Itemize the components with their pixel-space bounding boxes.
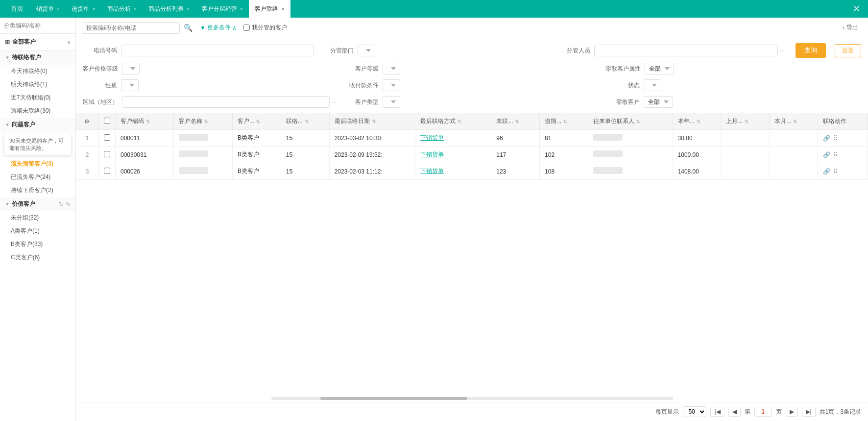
close-tab-customer-contact[interactable]: × bbox=[281, 6, 284, 12]
sidebar-item-today[interactable]: 今天待联络(0) bbox=[0, 65, 75, 78]
page-next-button[interactable]: ▶ bbox=[786, 407, 798, 417]
sort-icon-name[interactable]: ⇅ bbox=[204, 119, 208, 124]
more-action-icon[interactable]: ⠿ bbox=[833, 151, 838, 158]
sort-icon-last-month[interactable]: ⇅ bbox=[745, 119, 748, 124]
refresh-icon[interactable]: ↻ bbox=[59, 201, 64, 208]
page-last-button[interactable]: ▶| bbox=[802, 407, 816, 417]
sort-icon-this-month[interactable]: ⇅ bbox=[793, 119, 797, 124]
tab-purchase[interactable]: 进货单 × bbox=[66, 0, 101, 18]
sidebar-all-customers[interactable]: ⊞ 全部客户 « bbox=[0, 34, 75, 50]
more-action-icon[interactable]: ⠿ bbox=[833, 168, 838, 175]
export-button[interactable]: ↑ 导出 bbox=[838, 22, 862, 34]
all-customers-label: 全部客户 bbox=[12, 38, 36, 46]
payment-select[interactable] bbox=[383, 79, 400, 91]
sidebar-item-tomorrow[interactable]: 明天待联络(1) bbox=[0, 78, 75, 91]
col-checkbox[interactable] bbox=[98, 113, 115, 130]
my-customers-checkbox[interactable] bbox=[243, 25, 250, 31]
row-checkbox-cell[interactable] bbox=[98, 130, 115, 147]
close-tab-customer-tier[interactable]: × bbox=[240, 6, 243, 12]
sidebar-search-input[interactable] bbox=[4, 22, 76, 29]
filter-field-customer-level: 客户等级 bbox=[344, 63, 600, 74]
close-tab-purchase[interactable]: × bbox=[92, 6, 95, 12]
close-tab-product-list[interactable]: × bbox=[187, 6, 190, 12]
sort-icon-level[interactable]: ⇅ bbox=[256, 119, 260, 124]
sidebar-item-overdue[interactable]: 逾期未联络(30) bbox=[0, 104, 75, 118]
sidebar-item-b-class[interactable]: B类客户(33) bbox=[0, 238, 75, 251]
tab-home[interactable]: 首页 bbox=[4, 4, 30, 13]
close-tab-sales[interactable]: × bbox=[57, 6, 60, 12]
sort-icon-code[interactable]: ⇅ bbox=[146, 119, 150, 124]
page-number-input[interactable] bbox=[754, 407, 772, 417]
edit-icon[interactable]: ✎ bbox=[66, 201, 71, 208]
row-action[interactable]: 🔗 ⠿ bbox=[818, 163, 868, 180]
tab-customer-contact[interactable]: 客户联络 × bbox=[249, 0, 290, 18]
link-action-icon[interactable]: 🔗 bbox=[823, 168, 830, 175]
select-all-checkbox[interactable] bbox=[104, 118, 110, 124]
row-checkbox[interactable] bbox=[104, 151, 110, 157]
gender-select[interactable] bbox=[121, 79, 139, 91]
row-checkbox[interactable] bbox=[104, 168, 110, 174]
settings-button[interactable]: 设置 bbox=[835, 44, 861, 57]
col-settings[interactable]: ⚙ bbox=[76, 113, 98, 130]
page-size-select[interactable]: 50 bbox=[683, 406, 706, 417]
price-level-select[interactable] bbox=[122, 63, 140, 74]
phone-input[interactable] bbox=[121, 45, 313, 56]
more-action-icon[interactable]: ⠿ bbox=[833, 135, 838, 142]
collapse-sidebar-icon[interactable]: « bbox=[67, 39, 71, 46]
row-checkbox-cell[interactable] bbox=[98, 163, 115, 180]
row-action[interactable]: 🔗 ⠿ bbox=[818, 130, 868, 147]
tab-sales[interactable]: 销货单 × bbox=[30, 0, 66, 18]
sort-icon-last-method[interactable]: ⇅ bbox=[458, 119, 461, 124]
dept-select[interactable] bbox=[358, 45, 375, 56]
row-action[interactable]: 🔗 ⠿ bbox=[818, 147, 868, 163]
horizontal-scrollbar[interactable] bbox=[76, 395, 868, 402]
sidebar-item-ungroup[interactable]: 未分组(32) bbox=[0, 211, 75, 224]
sort-icon-contact-person[interactable]: ⇅ bbox=[636, 119, 640, 124]
window-close-button[interactable]: ✕ bbox=[849, 3, 864, 14]
status-select[interactable] bbox=[644, 79, 661, 91]
link-action-icon[interactable]: 🔗 bbox=[823, 151, 830, 158]
more-conditions-button[interactable]: ▼ 更多条件 ∧ bbox=[197, 22, 240, 34]
tab-product-analysis[interactable]: 商品分析 × bbox=[101, 0, 143, 18]
zero-attr-select[interactable]: 全部 bbox=[645, 63, 674, 74]
sort-icon-last-date[interactable]: ⇅ bbox=[372, 119, 376, 124]
sidebar-item-a-class[interactable]: A类客户(1) bbox=[0, 224, 75, 238]
row-uncontacted: 96 bbox=[491, 130, 540, 147]
query-button[interactable]: 查询 bbox=[796, 43, 826, 58]
row-checkbox[interactable] bbox=[104, 134, 110, 141]
row-checkbox-cell[interactable] bbox=[98, 147, 115, 163]
search-input[interactable] bbox=[82, 22, 180, 34]
sidebar-item-declining[interactable]: 持续下滑客户(2) bbox=[0, 184, 75, 197]
sort-icon-overdue[interactable]: ⇅ bbox=[563, 119, 567, 124]
close-tab-product-analysis[interactable]: × bbox=[134, 6, 137, 12]
sidebar-group-value[interactable]: ▼ 价值客户 ↻ ✎ bbox=[0, 197, 75, 211]
sidebar-group-pending[interactable]: ▼ 待联络客户 bbox=[0, 50, 75, 65]
sort-icon-uncontacted[interactable]: ⇅ bbox=[515, 119, 519, 124]
tab-customer-tier[interactable]: 客户分层经营 × bbox=[196, 0, 249, 18]
sidebar-item-churned[interactable]: 已流失客户(24) bbox=[0, 171, 75, 184]
customer-type-select[interactable] bbox=[383, 96, 400, 108]
link-action-icon[interactable]: 🔗 bbox=[823, 135, 830, 142]
page-first-button[interactable]: |◀ bbox=[710, 407, 724, 417]
col-name: 客户名称⇅ bbox=[174, 113, 232, 130]
region-more-icon[interactable]: ··· bbox=[330, 99, 338, 105]
tab-product-list[interactable]: 商品分析列表 × bbox=[143, 0, 195, 18]
customer-level-select[interactable] bbox=[383, 63, 400, 74]
sidebar-item-churn-warning[interactable]: 流失预警客户(3) bbox=[0, 157, 75, 171]
person-input[interactable] bbox=[594, 45, 778, 56]
table-area: ⚙ 客户编码⇅ 客户名称⇅ 客户...⇅ 联络...⇅ 最后联络日期⇅ 最后联络… bbox=[76, 113, 868, 395]
region-input[interactable] bbox=[122, 96, 330, 108]
zero-customer-select[interactable]: 全部 bbox=[644, 96, 673, 108]
sidebar-item-c-class[interactable]: C类客户(6) bbox=[0, 251, 75, 264]
search-button[interactable]: 🔍 bbox=[184, 24, 193, 32]
row-last-method[interactable]: 下销货单 bbox=[415, 163, 491, 180]
row-last-method[interactable]: 下销货单 bbox=[415, 147, 491, 163]
my-customers-checkbox-label[interactable]: 我分管的客户 bbox=[243, 24, 287, 32]
row-last-method[interactable]: 下销货单 bbox=[415, 130, 491, 147]
sort-icon-this-year[interactable]: ⇅ bbox=[697, 119, 700, 124]
sidebar-group-problem[interactable]: ▼ 问题客户 bbox=[0, 118, 75, 132]
page-prev-button[interactable]: ◀ bbox=[728, 407, 741, 417]
person-more-icon[interactable]: ··· bbox=[778, 47, 787, 54]
sidebar-item-week[interactable]: 近7天待联络(0) bbox=[0, 91, 75, 104]
sort-icon-contact[interactable]: ⇅ bbox=[305, 119, 309, 124]
